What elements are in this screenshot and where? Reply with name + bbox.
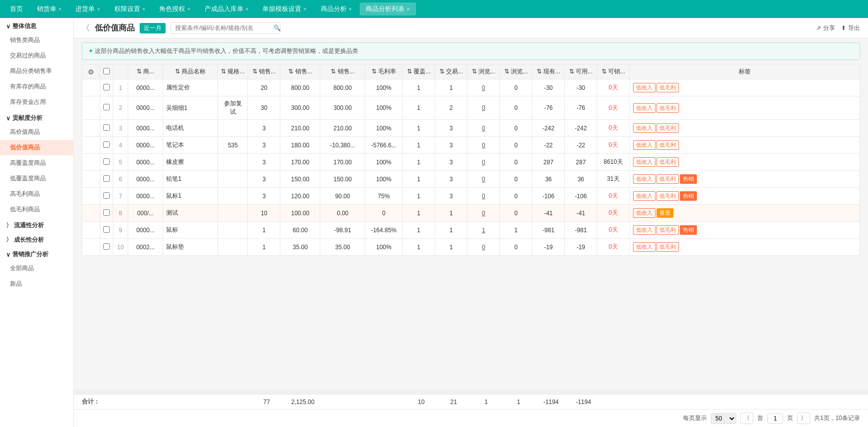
nav-close-product-analysis-list[interactable]: × (407, 6, 410, 12)
cell-browse1[interactable]: 0 (467, 188, 500, 205)
col-gross-margin[interactable]: ⇅ 毛利率 (365, 64, 403, 79)
row-checkbox[interactable] (103, 104, 110, 110)
nav-close-purchase-order[interactable]: × (97, 6, 100, 12)
col-available[interactable]: ⇅ 可用... (565, 64, 597, 79)
col-checkbox[interactable] (100, 64, 113, 79)
settings-icon[interactable]: ⚙ (88, 68, 94, 76)
sidebar-group-growth[interactable]: 〉 成长性分析 (0, 232, 73, 246)
sidebar-item-stocked-goods[interactable]: 有库存的商品 (0, 79, 73, 94)
nav-sales-order[interactable]: 销货单 × (31, 2, 67, 15)
row-checkbox[interactable] (103, 209, 110, 216)
cell-browse1[interactable]: 0 (467, 171, 500, 188)
cell-checkbox[interactable] (100, 96, 113, 120)
cell-checkbox[interactable] (100, 154, 113, 171)
nav-close-template[interactable]: × (303, 6, 306, 12)
first-page-btn[interactable]: 〈 (740, 413, 753, 424)
nav-close-role-auth[interactable]: × (187, 6, 190, 12)
col-sales-amount[interactable]: ⇅ 销售... (280, 64, 320, 79)
cell-browse1[interactable]: 0 (467, 154, 500, 171)
search-icon[interactable]: 🔍 (273, 24, 281, 31)
sidebar-item-stock-capital[interactable]: 库存资金占用 (0, 94, 73, 110)
per-page-select[interactable]: 50 100 200 (711, 413, 736, 424)
col-sales-qty[interactable]: ⇅ 销售... (248, 64, 280, 79)
nav-product-analysis[interactable]: 商品分析 × (315, 2, 358, 15)
sidebar-item-low-margin[interactable]: 低毛利商品 (0, 202, 73, 217)
col-code[interactable]: ⇅ 商... (128, 64, 163, 79)
cell-checkbox[interactable] (100, 137, 113, 154)
cell-browse1[interactable]: 1 (467, 222, 500, 239)
page-number-input[interactable] (767, 414, 783, 424)
col-browse2[interactable]: ⇅ 浏览... (500, 64, 532, 79)
cell-checkbox[interactable] (100, 239, 113, 256)
browse1-link[interactable]: 0 (482, 159, 485, 166)
browse1-link[interactable]: 0 (482, 176, 485, 183)
nav-product-analysis-list[interactable]: 商品分析列表 × (360, 2, 416, 15)
browse1-link[interactable]: 1 (482, 227, 485, 234)
cell-browse1[interactable]: 0 (467, 137, 500, 154)
row-checkbox[interactable] (103, 243, 110, 250)
row-checkbox[interactable] (103, 226, 110, 233)
sidebar-group-marketing[interactable]: ∨ 营销推广分析 (0, 246, 73, 261)
sidebar-item-traded-goods[interactable]: 交易过的商品 (0, 48, 73, 63)
nav-close-product-stock[interactable]: × (245, 6, 248, 12)
collapse-sidebar-btn[interactable]: 《 (82, 23, 90, 33)
cell-browse1[interactable]: 0 (467, 239, 500, 256)
search-input[interactable] (171, 22, 280, 34)
nav-close-product-analysis[interactable]: × (349, 6, 352, 12)
col-coverage[interactable]: ⇅ 覆盖... (403, 64, 435, 79)
cell-checkbox[interactable] (100, 188, 113, 205)
sidebar-item-new-goods[interactable]: 新品 (0, 276, 73, 292)
nav-close-permission[interactable]: × (142, 6, 145, 12)
sidebar-group-circulation[interactable]: 〉 流通性分析 (0, 217, 73, 232)
cell-browse1[interactable]: 0 (467, 120, 500, 137)
row-checkbox[interactable] (103, 84, 110, 90)
bottom-scrollbar[interactable] (74, 390, 868, 394)
col-name[interactable]: ⇅ 商品名称 (163, 64, 218, 79)
browse1-link[interactable]: 0 (482, 210, 485, 217)
nav-purchase-order[interactable]: 进货单 × (69, 2, 106, 15)
browse1-link[interactable]: 0 (482, 104, 485, 111)
col-spec[interactable]: ⇅ 规格... (218, 64, 248, 79)
sidebar-item-high-margin[interactable]: 高毛利商品 (0, 186, 73, 202)
sidebar-group-contribution[interactable]: ∨ 贡献度分析 (0, 110, 73, 124)
select-all-checkbox[interactable] (103, 68, 110, 74)
col-saleable[interactable]: ⇅ 可销... (597, 64, 630, 79)
nav-close-sales-order[interactable]: × (58, 6, 61, 12)
col-settings[interactable]: ⚙ (82, 64, 100, 79)
export-button[interactable]: ⬆ 导出 (841, 24, 860, 32)
col-transactions[interactable]: ⇅ 交易... (435, 64, 467, 79)
cell-checkbox[interactable] (100, 79, 113, 96)
row-checkbox[interactable] (103, 175, 110, 182)
sidebar-item-high-coverage[interactable]: 高覆盖度商品 (0, 155, 73, 171)
col-current[interactable]: ⇅ 现有... (532, 64, 565, 79)
row-checkbox[interactable] (103, 124, 110, 131)
row-checkbox[interactable] (103, 192, 110, 199)
nav-template-setting[interactable]: 单据模板设置 × (256, 2, 312, 15)
sidebar-item-low-coverage[interactable]: 低覆盖度商品 (0, 171, 73, 186)
browse1-link[interactable]: 0 (482, 244, 485, 251)
col-browse1[interactable]: ⇅ 浏览... (467, 64, 500, 79)
col-sales-profit[interactable]: ⇅ 销售... (320, 64, 365, 79)
nav-home[interactable]: 首页 (4, 2, 29, 15)
row-checkbox[interactable] (103, 158, 110, 165)
cell-browse1[interactable]: 0 (467, 79, 500, 96)
cell-checkbox[interactable] (100, 171, 113, 188)
sidebar-item-sales-goods[interactable]: 销售类商品 (0, 32, 73, 48)
cell-checkbox[interactable] (100, 222, 113, 239)
next-page-btn[interactable]: 〉 (797, 413, 810, 424)
browse1-link[interactable]: 0 (482, 125, 485, 132)
sidebar-item-low-value[interactable]: 低价值商品 (0, 140, 73, 155)
sidebar-group-overall[interactable]: ∨ 整体信息 (0, 18, 73, 32)
period-badge[interactable]: 近一月 (140, 23, 166, 33)
nav-permission[interactable]: 权限设置 × (108, 2, 151, 15)
cell-browse1[interactable]: 0 (467, 205, 500, 222)
sidebar-item-all-goods[interactable]: 全部商品 (0, 261, 73, 276)
table-wrapper[interactable]: ⚙ ⇅ 商... ⇅ 商品名称 ⇅ 规格... (74, 64, 868, 390)
browse1-link[interactable]: 0 (482, 84, 485, 91)
row-checkbox[interactable] (103, 141, 110, 148)
cell-browse1[interactable]: 0 (467, 96, 500, 120)
share-button[interactable]: ⇗ 分享 (816, 24, 835, 32)
nav-role-auth[interactable]: 角色授权 × (153, 2, 196, 15)
browse1-link[interactable]: 0 (482, 142, 485, 149)
cell-checkbox[interactable] (100, 205, 113, 222)
